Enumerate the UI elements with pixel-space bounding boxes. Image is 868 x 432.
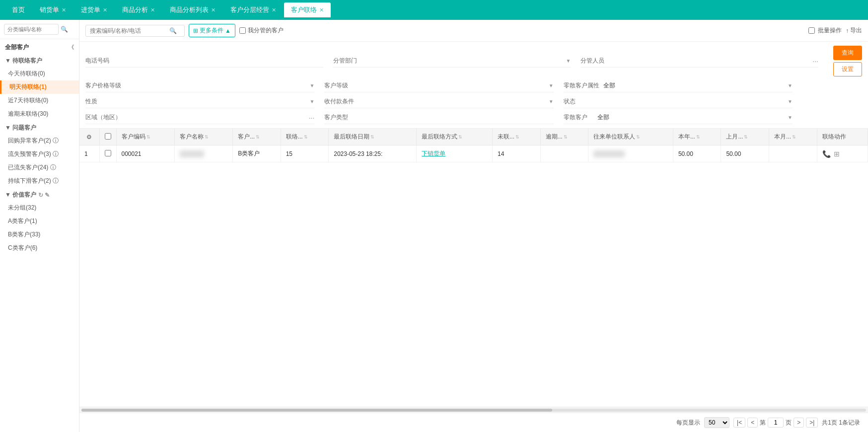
th-customer-name: 客户名称⇅ — [174, 129, 232, 145]
filter-icon: ⊞ — [193, 27, 198, 34]
sidebar-item-ungrouped[interactable]: 未分组(32) — [0, 201, 79, 215]
sidebar-item-declining[interactable]: 持续下滑客户(2) ⓘ — [0, 174, 79, 188]
filter-query-button[interactable]: 查询 — [833, 46, 862, 60]
filter-manager-select[interactable]: ··· — [614, 57, 818, 65]
sidebar-collapse-icon: 《 — [69, 44, 74, 51]
per-page-select[interactable]: 50 100 200 — [704, 417, 729, 428]
my-customers-checkbox[interactable] — [239, 27, 246, 34]
filter-payment-terms-select[interactable]: ▼ — [358, 99, 553, 104]
batch-operation-button[interactable]: 批量操作 — [808, 26, 842, 35]
td-last-month: 50.00 — [721, 145, 769, 162]
td-actions: 📞 ⊞ — [817, 145, 868, 162]
nav-close-product-analysis[interactable]: ✕ — [150, 7, 155, 13]
sort-icon-code: ⇅ — [146, 135, 150, 140]
nav-close-purchase-order[interactable]: ✕ — [103, 7, 107, 13]
nav-product-analysis-list[interactable]: 商品分析列表 ✕ — [163, 2, 222, 17]
scrollbar-thumb[interactable] — [81, 409, 552, 412]
filter-manager: 分管人员 ··· — [580, 55, 818, 68]
sidebar-item-class-c[interactable]: C类客户(6) — [0, 241, 79, 255]
row-checkbox[interactable] — [105, 150, 111, 156]
th-this-month: 本月...⇅ — [769, 129, 817, 145]
sidebar-item-churned[interactable]: 已流失客户(24) ⓘ — [0, 161, 79, 174]
select-all-checkbox[interactable] — [105, 133, 111, 140]
nav-close-product-analysis-list[interactable]: ✕ — [211, 7, 216, 13]
filter-department-select[interactable]: ▼ — [367, 58, 571, 64]
sort-icon-uncontact: ⇅ — [515, 135, 519, 140]
nav-close-customer-segmentation[interactable]: ✕ — [272, 7, 276, 13]
th-settings[interactable]: ⚙ — [79, 129, 99, 145]
th-check[interactable] — [99, 129, 116, 145]
action-phone-icon[interactable]: 📞 — [822, 150, 831, 158]
status-chevron-icon: ▼ — [788, 99, 793, 104]
sidebar-all-customers[interactable]: 全部客户 《 — [0, 39, 79, 54]
sidebar-search-input[interactable] — [4, 24, 59, 35]
last-page-button[interactable]: >| — [806, 418, 818, 428]
td-type: B类客户 — [233, 145, 281, 162]
toolbar-right: 批量操作 ↑ 导出 — [808, 26, 862, 35]
filter-customer-type-input[interactable] — [358, 114, 553, 121]
nav-purchase-order[interactable]: 进货单 ✕ — [74, 2, 114, 17]
th-customer-code: 客户编码⇅ — [116, 129, 174, 145]
first-page-button[interactable]: |< — [733, 418, 745, 428]
nav-sales-order[interactable]: 销货单 ✕ — [33, 2, 73, 17]
nav-customer-contact[interactable]: 客户联络 ✕ — [284, 2, 331, 17]
td-check[interactable] — [99, 145, 116, 162]
filter-customer-level-select[interactable]: ▼ — [358, 83, 553, 88]
td-last-method: 下销货单 — [417, 145, 493, 162]
footer: 每页显示 50 100 200 |< < 第 页 > >| 共1页 1条记录 — [79, 413, 868, 432]
customer-level-chevron-icon: ▼ — [549, 83, 554, 88]
refresh-icon[interactable]: ↻ — [38, 192, 43, 199]
sort-icon-contact: ⇅ — [304, 135, 308, 140]
filter-payment-terms: 收付款条件 ▼ — [324, 95, 553, 108]
th-actions: 联络动作 — [817, 129, 868, 145]
nav-home[interactable]: 首页 — [5, 2, 32, 17]
sort-icon-name: ⇅ — [205, 135, 209, 140]
filter-status-select[interactable]: ▼ — [597, 99, 793, 104]
nav-product-analysis[interactable]: 商品分析 ✕ — [115, 2, 162, 17]
sidebar-search-icon[interactable]: 🔍 — [61, 26, 68, 33]
filter-phone-input[interactable] — [119, 58, 323, 65]
sidebar-item-today-contact[interactable]: 今天待联络(0) — [0, 67, 79, 80]
sidebar-problem-customers-section: ▼ 问题客户 — [0, 121, 79, 134]
filter-price-level: 客户价格等级 ▼ — [85, 79, 314, 92]
page-number-input[interactable] — [768, 418, 784, 428]
filter-row-4: 区域（地区） ··· 客户类型 零散客户 全部 ▼ — [85, 111, 862, 124]
export-button[interactable]: ↑ 导出 — [846, 26, 862, 35]
more-filter-button[interactable]: ⊞ 更多条件 ▲ — [189, 24, 235, 37]
export-icon: ↑ — [846, 27, 849, 34]
filter-retail-customer-select[interactable]: 全部 ▼ — [597, 113, 793, 122]
last-method-link[interactable]: 下销货单 — [422, 150, 445, 157]
nav-customer-segmentation[interactable]: 客户分层经营 ✕ — [223, 2, 283, 17]
nav-close-sales-order[interactable]: ✕ — [62, 7, 66, 13]
next-page-button[interactable]: > — [794, 418, 804, 428]
sidebar-item-7day-contact[interactable]: 近7天待联络(0) — [0, 94, 79, 107]
search-box: 🔍 — [85, 25, 185, 37]
search-icon[interactable]: 🔍 — [169, 27, 177, 34]
filter-nature-select[interactable]: ▼ — [119, 99, 314, 104]
sidebar-item-churn-warning[interactable]: 流失预警客户(3) ⓘ — [0, 147, 79, 161]
sidebar-item-class-b[interactable]: B类客户(33) — [0, 228, 79, 241]
filter-region-select[interactable]: ··· — [125, 114, 314, 122]
my-customers-checkbox-label[interactable]: 我分管的客户 — [239, 26, 284, 35]
action-grid-icon[interactable]: ⊞ — [834, 150, 840, 158]
sidebar-item-abnormal-repurchase[interactable]: 回购异常客户(2) ⓘ — [0, 134, 79, 147]
sidebar-item-overdue-contact[interactable]: 逾期未联络(30) — [0, 107, 79, 121]
scrollbar-track[interactable] — [81, 409, 866, 412]
filter-retail-attr-select[interactable]: 全部 ▼ — [603, 81, 793, 90]
filter-price-level-select[interactable]: ▼ — [125, 83, 314, 88]
prev-page-button[interactable]: < — [747, 418, 758, 428]
filter-customer-type: 客户类型 — [324, 111, 553, 124]
horizontal-scrollbar[interactable] — [79, 407, 868, 413]
nav-close-customer-contact[interactable]: ✕ — [319, 7, 324, 13]
td-contact-count: 15 — [281, 145, 329, 162]
manager-dots-icon[interactable]: ··· — [812, 57, 818, 65]
region-dots-icon[interactable]: ··· — [309, 114, 315, 122]
batch-checkbox[interactable] — [808, 27, 815, 34]
nature-chevron-icon: ▼ — [309, 99, 314, 104]
search-input[interactable] — [90, 27, 169, 34]
edit-icon[interactable]: ✎ — [45, 192, 50, 199]
sidebar-item-class-a[interactable]: A类客户(1) — [0, 215, 79, 228]
th-customer-type: 客户...⇅ — [233, 129, 281, 145]
filter-set-button[interactable]: 设置 — [833, 62, 862, 76]
sidebar-item-tomorrow-contact[interactable]: 明天待联络(1) — [0, 80, 79, 94]
